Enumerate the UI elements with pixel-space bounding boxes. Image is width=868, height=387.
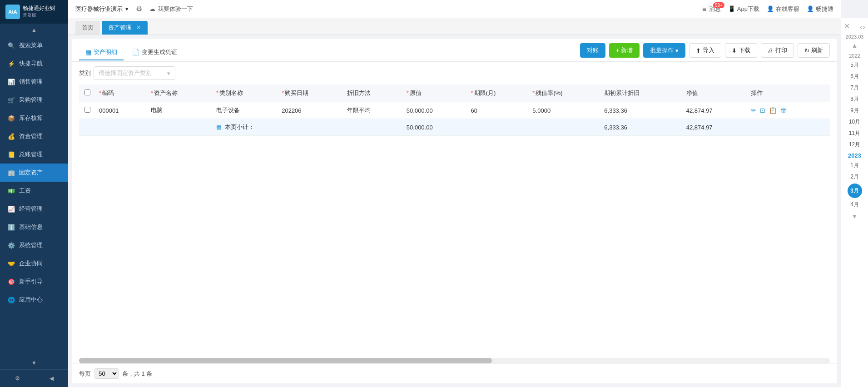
sidebar-scroll-up[interactable]: ▲	[30, 25, 39, 35]
sidebar-item-guide[interactable]: 🎯 新手引导	[0, 273, 68, 291]
sidebar-item-search[interactable]: 🔍 搜索菜单	[0, 36, 68, 55]
panel-close-btn[interactable]: ✕	[844, 22, 850, 30]
sidebar-item-fixed-assets[interactable]: 🏢 固定资产	[0, 164, 68, 182]
delete-icon[interactable]: 🗑	[780, 107, 787, 114]
messages-btn[interactable]: 🖥 消息 99+	[701, 5, 721, 13]
support-label: 在线客服	[776, 5, 799, 13]
month-apr[interactable]: 4月	[845, 199, 865, 210]
subtotal-net-value: 42,874.97	[683, 119, 747, 136]
enterprise-icon: 🤝	[7, 259, 15, 268]
sidebar-label-search: 搜索菜单	[19, 41, 43, 50]
sub-tab-voucher-gen[interactable]: 📄 变更生成凭证	[125, 45, 184, 60]
sidebar-item-system[interactable]: ⚙️ 系统管理	[0, 236, 68, 254]
month-aug[interactable]: 8月	[845, 94, 865, 105]
batch-btn[interactable]: 批量操作 ▾	[643, 43, 685, 58]
sidebar-item-finance[interactable]: 💰 资金管理	[0, 127, 68, 145]
month-sep[interactable]: 9月	[845, 105, 865, 116]
sidebar-item-quick-nav[interactable]: ⚡ 快捷导航	[0, 55, 68, 73]
ledger-icon: 📒	[7, 150, 15, 159]
sidebar: AtA 畅捷通好业财 普及版 ▲ 🔍 搜索菜单 ⚡ 快捷导航 📊 销售管理 🛒 …	[0, 0, 68, 387]
asset-detail-icon: ▦	[85, 49, 91, 56]
sub-tab-asset-detail[interactable]: ▦ 资产明细	[79, 45, 124, 60]
month-jul[interactable]: 7月	[845, 82, 865, 94]
sidebar-scroll-down[interactable]: ▼	[30, 358, 39, 368]
experience-label: 我要体验一下	[158, 5, 193, 13]
category-dropdown-icon: ▾	[167, 70, 170, 77]
col-init-dep: 期初累计折旧	[600, 84, 682, 102]
cell-dep-method: 年限平均	[343, 102, 403, 119]
user-name: 畅捷通	[816, 5, 833, 13]
sidebar-item-enterprise[interactable]: 🤝 企业协同	[0, 254, 68, 273]
month-oct[interactable]: 10月	[845, 116, 865, 128]
tab-close-icon[interactable]: ✕	[136, 24, 141, 31]
month-jun[interactable]: 6月	[845, 71, 865, 82]
detail-icon[interactable]: 📋	[769, 107, 777, 114]
filter-toolbar: 类别 请选择固定资产类别 ▾	[72, 62, 837, 84]
company-settings-btn[interactable]: ⚙	[133, 4, 145, 14]
copy-icon[interactable]: ⊡	[760, 107, 765, 114]
year-2023: 2023	[848, 152, 861, 159]
sidebar-item-inventory[interactable]: 📦 库存核算	[0, 109, 68, 127]
company-name: 医疗器械行业演示	[75, 5, 123, 13]
logo-sub: 普及版	[23, 12, 55, 19]
row-checkbox[interactable]	[84, 107, 90, 113]
company-selector[interactable]: 医疗器械行业演示 ▾	[75, 5, 129, 13]
import-btn[interactable]: ⬆ 导入	[689, 43, 721, 58]
sidebar-item-basic-info[interactable]: ℹ️ 基础信息	[0, 218, 68, 236]
month-jan[interactable]: 1月	[845, 160, 865, 171]
sidebar-logo: AtA 畅捷通好业财 普及版	[0, 0, 68, 24]
tab-home-label: 首页	[82, 24, 94, 31]
logo-icon: AtA	[5, 5, 20, 19]
tab-asset-mgmt[interactable]: 资产管理 ✕	[102, 21, 148, 35]
collapse-btn[interactable]: ◀	[46, 373, 57, 383]
import-label: 导入	[703, 46, 714, 55]
col-actions: 操作	[747, 84, 830, 102]
col-purchase-date: *购买日期	[278, 84, 343, 102]
panel-expand-btn[interactable]: ⇔	[860, 24, 865, 31]
payroll-icon: 💵	[7, 187, 15, 195]
panel-down-btn[interactable]: ▼	[851, 212, 859, 220]
per-page-select[interactable]: 50 10 20 100	[94, 368, 119, 379]
purchase-icon: 🛒	[7, 96, 15, 104]
total-label: 条，共 1 条	[122, 370, 152, 378]
settings-btn[interactable]: ⚙	[11, 373, 24, 383]
inventory-icon: 📦	[7, 114, 15, 122]
scrollbar-thumb[interactable]	[79, 358, 492, 363]
month-dec[interactable]: 12月	[845, 139, 865, 150]
print-btn[interactable]: 🖨 打印	[761, 43, 794, 58]
sidebar-label-purchase: 采购管理	[19, 96, 43, 104]
cell-net-value: 42,874.97	[683, 102, 747, 119]
download-btn[interactable]: ⬇ 下载	[725, 43, 757, 58]
sidebar-item-payroll[interactable]: 💵 工资	[0, 182, 68, 200]
app-download-btn[interactable]: 📱 App下载	[728, 5, 759, 13]
add-btn[interactable]: + 新增	[609, 43, 640, 58]
col-name: *资产名称	[147, 84, 213, 102]
category-select[interactable]: 请选择固定资产类别 ▾	[94, 66, 175, 80]
user-avatar-btn[interactable]: 👤 畅捷通	[807, 5, 833, 13]
tab-home[interactable]: 首页	[75, 21, 100, 35]
refresh-btn[interactable]: ↻ 刷新	[798, 43, 830, 58]
edit-icon[interactable]: ✏	[751, 107, 756, 114]
sidebar-item-app-center[interactable]: 🌐 应用中心	[0, 291, 68, 309]
horizontal-scrollbar[interactable]	[79, 358, 830, 363]
month-nov[interactable]: 11月	[845, 128, 865, 139]
guide-icon: 🎯	[7, 278, 15, 286]
batch-dropdown-icon: ▾	[675, 47, 679, 54]
sidebar-item-purchase[interactable]: 🛒 采购管理	[0, 91, 68, 109]
sidebar-item-sales[interactable]: 📊 销售管理	[0, 73, 68, 91]
month-feb[interactable]: 2月	[845, 171, 865, 183]
sidebar-label-app-center: 应用中心	[19, 296, 43, 304]
current-month[interactable]: 3月	[848, 184, 862, 198]
panel-up-btn[interactable]: ▲	[851, 41, 859, 50]
month-may[interactable]: 5月	[845, 60, 865, 71]
sidebar-nav: 🔍 搜索菜单 ⚡ 快捷导航 📊 销售管理 🛒 采购管理 📦 库存核算 💰 资金管…	[0, 36, 68, 357]
cell-actions: ✏ ⊡ 📋 🗑	[747, 102, 830, 119]
sidebar-item-ledger[interactable]: 📒 总账管理	[0, 145, 68, 164]
online-support-btn[interactable]: 👤 在线客服	[767, 5, 799, 13]
refresh-label: 刷新	[811, 46, 823, 55]
reconcile-btn[interactable]: 对账	[580, 43, 605, 58]
experience-btn[interactable]: ☁ 我要体验一下	[149, 5, 193, 13]
select-all-checkbox[interactable]	[84, 89, 90, 95]
category-filter: 类别 请选择固定资产类别 ▾	[79, 66, 175, 80]
sidebar-item-operations[interactable]: 📈 经营管理	[0, 200, 68, 218]
